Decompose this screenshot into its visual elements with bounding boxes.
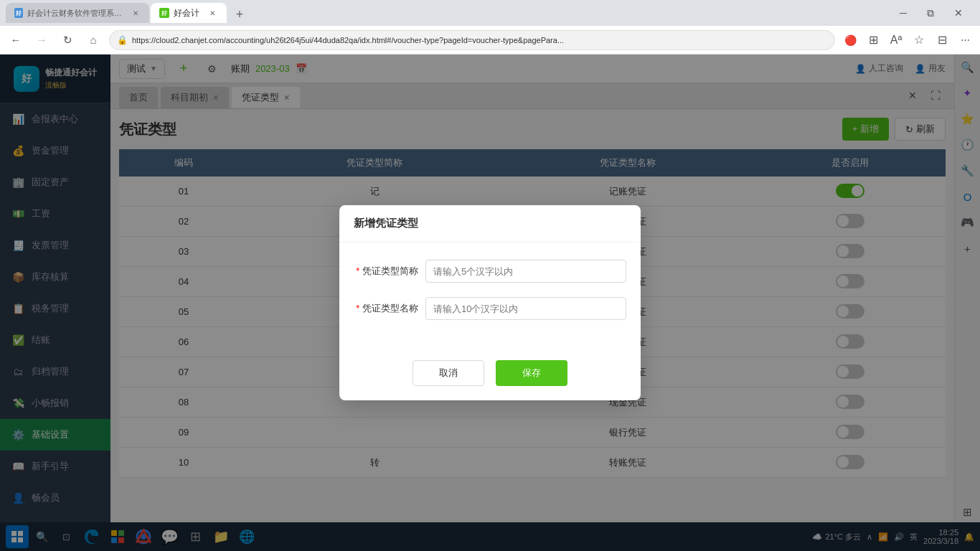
- tab-close-2[interactable]: ✕: [207, 7, 218, 19]
- favorites-button[interactable]: ☆: [910, 31, 928, 50]
- browser-tab-1[interactable]: 好 好会计云财务软件管理系统_会计 ✕: [6, 3, 149, 23]
- address-bar[interactable]: 🔒 https://cloud2.chanjet.com/accounting/…: [109, 30, 835, 50]
- browser-tab-2[interactable]: 好 好会计 ✕: [151, 3, 227, 23]
- cancel-button[interactable]: 取消: [413, 360, 484, 386]
- dialog-title: 新增凭证类型: [354, 217, 418, 229]
- back-button[interactable]: ←: [6, 30, 26, 50]
- new-tab-button[interactable]: +: [231, 6, 248, 23]
- name-input[interactable]: [425, 297, 626, 320]
- dialog-header: 新增凭证类型: [339, 205, 641, 242]
- tab-favicon-1: 好: [14, 8, 23, 18]
- abbr-input[interactable]: [425, 260, 626, 283]
- extensions-button[interactable]: 🔴: [841, 31, 859, 50]
- home-button[interactable]: ⌂: [83, 30, 103, 50]
- tab-title-1: 好会计云财务软件管理系统_会计: [27, 8, 124, 19]
- dialog-body: 凭证类型简称 凭证类型名称: [339, 242, 641, 352]
- abbr-label: 凭证类型简称: [354, 265, 418, 278]
- add-to-collections-button[interactable]: ⊞: [864, 31, 882, 50]
- forward-button[interactable]: →: [32, 30, 52, 50]
- restore-button[interactable]: ⧉: [921, 6, 940, 21]
- tab-title-2: 好会计: [174, 7, 199, 19]
- form-row-abbr: 凭证类型简称: [354, 260, 626, 283]
- name-label: 凭证类型名称: [354, 302, 418, 315]
- browser-settings-button[interactable]: ⋯: [956, 31, 974, 50]
- dialog-footer: 取消 保存: [339, 352, 641, 400]
- save-button[interactable]: 保存: [496, 360, 567, 386]
- form-row-name: 凭证类型名称: [354, 297, 626, 320]
- split-view-button[interactable]: ⊟: [933, 31, 951, 50]
- minimize-button[interactable]: ─: [894, 6, 913, 20]
- close-button[interactable]: ✕: [948, 6, 969, 20]
- tab-favicon-2: 好: [159, 8, 169, 18]
- address-text: https://cloud2.chanjet.com/accounting/uh…: [132, 36, 827, 44]
- read-aloud-button[interactable]: Aª: [887, 31, 905, 50]
- tab-close-1[interactable]: ✕: [131, 7, 141, 19]
- reload-button[interactable]: ↻: [57, 30, 77, 50]
- dialog-overlay: 新增凭证类型 凭证类型简称 凭证类型名称 取消 保存: [0, 55, 980, 551]
- dialog: 新增凭证类型 凭证类型简称 凭证类型名称 取消 保存: [339, 205, 641, 400]
